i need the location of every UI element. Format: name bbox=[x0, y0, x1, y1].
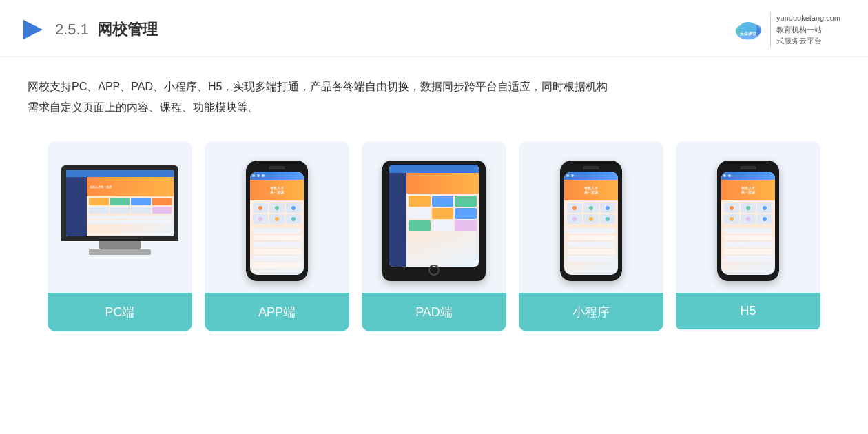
title-text: 网校管理 bbox=[97, 21, 158, 38]
mini-mockup: 创造人才第一堂课 bbox=[560, 161, 622, 281]
pad-image-area bbox=[362, 141, 506, 293]
page-header: 2.5.1 网校管理 云朵课堂 yunduoketang.com 教育机构一站 … bbox=[0, 0, 868, 57]
logo-icon: 云朵课堂 bbox=[732, 16, 765, 43]
header-left: 2.5.1 网校管理 bbox=[21, 17, 158, 42]
h5-label: H5 bbox=[676, 293, 820, 329]
app-mockup: 创造人才第一堂课 bbox=[246, 161, 308, 281]
pc-card: 创造人才第一堂课 bbox=[48, 141, 192, 331]
pad-card: PAD端 bbox=[362, 141, 506, 331]
app-card: 创造人才第一堂课 bbox=[205, 141, 349, 331]
page-title: 2.5.1 网校管理 bbox=[55, 19, 158, 40]
logo-area: 云朵课堂 yunduoketang.com 教育机构一站 式服务云平台 bbox=[732, 12, 840, 47]
logo-tagline2: 式服务云平台 bbox=[776, 35, 840, 47]
svg-text:云朵课堂: 云朵课堂 bbox=[740, 31, 757, 36]
mini-label: 小程序 bbox=[519, 293, 663, 331]
page-container: 2.5.1 网校管理 云朵课堂 yunduoketang.com 教育机构一站 … bbox=[0, 0, 868, 434]
app-image-area: 创造人才第一堂课 bbox=[205, 141, 349, 293]
miniprogram-card: 创造人才第一堂课 bbox=[519, 141, 663, 331]
pc-image-area: 创造人才第一堂课 bbox=[48, 141, 192, 293]
svg-marker-0 bbox=[23, 20, 43, 39]
pad-label: PAD端 bbox=[362, 293, 506, 331]
pad-mockup bbox=[382, 161, 486, 281]
section-number: 2.5.1 bbox=[55, 21, 89, 38]
logo-text: yunduoketang.com 教育机构一站 式服务云平台 bbox=[770, 12, 840, 47]
h5-card: 创造人才第一堂课 bbox=[676, 141, 820, 331]
description-line1: 网校支持PC、APP、PAD、小程序、H5，实现多端打通，产品各终端自由切换，数… bbox=[28, 76, 840, 97]
arrow-icon bbox=[21, 17, 45, 42]
h5-mockup: 创造人才第一堂课 bbox=[717, 161, 779, 281]
pc-mockup: 创造人才第一堂课 bbox=[61, 165, 178, 276]
logo-site: yunduoketang.com bbox=[776, 12, 840, 24]
miniprogram-image-area: 创造人才第一堂课 bbox=[519, 141, 663, 293]
description-block: 网校支持PC、APP、PAD、小程序、H5，实现多端打通，产品各终端自由切换，数… bbox=[0, 57, 868, 125]
app-label: APP端 bbox=[205, 293, 349, 331]
cards-section: 创造人才第一堂课 bbox=[0, 125, 868, 345]
logo-tagline1: 教育机构一站 bbox=[776, 24, 840, 36]
h5-image-area: 创造人才第一堂课 bbox=[676, 141, 820, 293]
pc-label: PC端 bbox=[48, 293, 192, 331]
description-line2: 需求自定义页面上的内容、课程、功能模块等。 bbox=[28, 97, 840, 118]
